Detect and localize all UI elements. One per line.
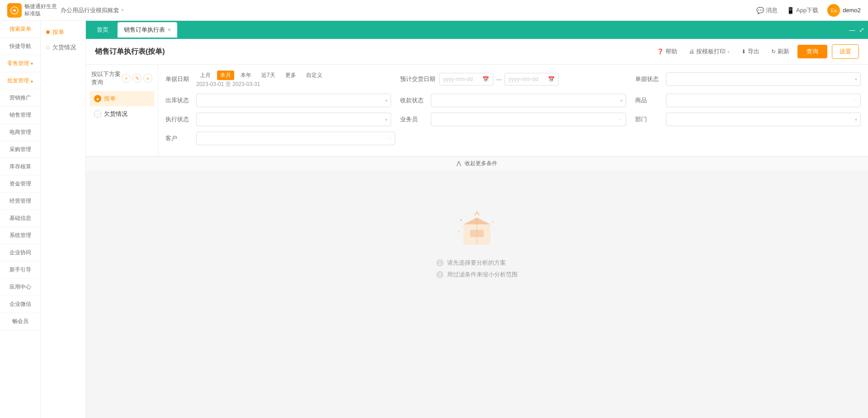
sidebar-item-purchase[interactable]: 采购管理	[0, 141, 40, 158]
sub-item-dot	[46, 30, 50, 34]
filter-goods: 商品 ···	[635, 94, 861, 107]
receipt-status-display[interactable]	[431, 94, 626, 107]
sidebar-item-marketing[interactable]: 营销推广	[0, 90, 40, 107]
export-button[interactable]: ⬇ 导出	[738, 46, 763, 57]
sidebar-item-wholesale[interactable]: 批发管理 ▴	[0, 72, 40, 90]
goods-chevron: ···	[854, 98, 857, 103]
sidebar-item-inventory[interactable]: 库存核算	[0, 158, 40, 176]
exec-status-chevron: ▾	[385, 117, 387, 122]
expected-date-end-input[interactable]: yyyy-mm-dd 📅	[505, 73, 559, 86]
help-button[interactable]: ❓ 帮助	[653, 46, 681, 57]
empty-num-1: 1	[436, 259, 443, 266]
main-content: 按以下方案查询 + ✎ « ● 按单 ○ 欠货情况	[86, 65, 868, 157]
exec-status-select[interactable]: ▾	[196, 113, 391, 126]
filter-row-1: 单据日期 上月 本月 本年 近7天 更多 自定义 20	[165, 70, 861, 88]
tab-maximize-button[interactable]: ⤢	[859, 26, 864, 33]
scheme-item-press[interactable]: ● 按单	[90, 91, 154, 106]
sidebar-item-operations[interactable]: 经营管理	[0, 193, 40, 210]
sub-item-press[interactable]: 按单	[41, 24, 85, 40]
receipt-status-select[interactable]: ▾	[431, 94, 626, 107]
tab-home[interactable]: 首页	[90, 21, 116, 39]
scheme-panel: 按以下方案查询 + ✎ « ● 按单 ○ 欠货情况	[86, 65, 158, 156]
tab-actions: — ⤢	[849, 26, 864, 33]
date-tab-custom[interactable]: 自定义	[302, 70, 326, 81]
user-menu[interactable]: Ea demo2	[827, 4, 861, 17]
date-tab-more[interactable]: 更多	[282, 70, 300, 81]
sidebar-search[interactable]: 搜索菜单	[0, 21, 40, 38]
export-icon: ⬇	[741, 48, 746, 55]
scheme-collapse-button[interactable]: «	[143, 74, 152, 83]
out-status-display[interactable]	[196, 94, 391, 107]
dept-select[interactable]: ▾	[666, 113, 861, 126]
tab-sales-execution[interactable]: 销售订单执行表 ×	[118, 22, 177, 38]
exec-status-display[interactable]	[196, 113, 391, 126]
tab-close-button[interactable]: ×	[168, 27, 171, 33]
collapse-bar[interactable]: ⋀ 收起更多条件	[86, 157, 868, 170]
svg-point-6	[492, 222, 494, 223]
app-logo	[7, 3, 22, 18]
calendar-start-icon: 📅	[482, 76, 489, 82]
date-tab-7days[interactable]: 近7天	[258, 70, 279, 81]
download-icon: 📱	[787, 7, 794, 14]
filter-row-3: 执行状态 ▾ 业务员 ···	[165, 113, 861, 126]
filter-main: 单据日期 上月 本月 本年 近7天 更多 自定义 20	[158, 65, 868, 156]
empty-state: 1 请先选择要分析的方案 2 用过滤条件来缩小分析范围	[86, 170, 868, 315]
goods-select[interactable]: ···	[666, 94, 861, 107]
sidebar-item-company[interactable]: 企业协同	[0, 244, 40, 261]
customer-display[interactable]	[196, 132, 395, 145]
sidebar-item-finance[interactable]: 资金管理	[0, 176, 40, 193]
dept-display[interactable]	[666, 113, 861, 126]
page-actions: ❓ 帮助 🖨 按模板打印 ▾ ⬇ 导出 ↻ 刷新	[653, 44, 859, 59]
svg-point-5	[460, 219, 462, 221]
filter-receipt-status: 收款状态 ▾	[400, 94, 626, 107]
sub-item-circle	[46, 46, 50, 49]
filter-dept: 部门 ▾	[635, 113, 861, 126]
sidebar-quick-nav[interactable]: 快捷导航	[0, 38, 40, 55]
sidebar-item-system[interactable]: 系统管理	[0, 227, 40, 244]
sidebar-item-wechat[interactable]: 企业微信	[0, 296, 40, 313]
breadcrumb[interactable]: 办公用品行业模拟账套 ▾	[61, 6, 124, 14]
out-status-select[interactable]: ▾	[196, 94, 391, 107]
sidebar-item-basic[interactable]: 基础信息	[0, 210, 40, 227]
sidebar-item-apps[interactable]: 应用中心	[0, 279, 40, 296]
date-tab-this-month[interactable]: 本月	[217, 71, 234, 80]
refresh-button[interactable]: ↻ 刷新	[768, 46, 793, 57]
tab-minimize-button[interactable]: —	[849, 26, 855, 33]
app-download-button[interactable]: 📱 App下载	[787, 6, 818, 14]
settings-button[interactable]: 设置	[832, 44, 859, 59]
message-icon: 💬	[756, 7, 764, 14]
date-separator: —	[496, 76, 502, 83]
dept-chevron: ▾	[855, 117, 857, 122]
filter-exec-status: 执行状态 ▾	[165, 113, 391, 126]
date-tab-this-year[interactable]: 本年	[237, 70, 255, 81]
header-left: 畅捷通好生意 标准版 办公用品行业模拟账套 ▾	[7, 3, 124, 18]
customer-select[interactable]: ···	[196, 132, 395, 145]
sidebar-item-retail[interactable]: 零售管理 ▾	[0, 55, 40, 72]
avatar: Ea	[827, 4, 840, 17]
salesperson-chevron: ···	[618, 117, 622, 122]
sidebar: 搜索菜单 快捷导航 零售管理 ▾ 批发管理 ▴ 营销推广 销售管理 电商管理 采…	[0, 21, 41, 418]
scheme-edit-button[interactable]: ✎	[132, 74, 142, 83]
query-button[interactable]: 查询	[797, 45, 827, 58]
salesperson-display[interactable]	[431, 113, 626, 126]
scheme-item-credit[interactable]: ○ 欠货情况	[90, 106, 154, 122]
sidebar-item-sales[interactable]: 销售管理	[0, 107, 40, 124]
refresh-icon: ↻	[771, 48, 776, 55]
tab-bar: 首页 销售订单执行表 × — ⤢	[86, 21, 868, 39]
receipt-status-chevron: ▾	[620, 98, 623, 103]
sub-item-credit[interactable]: 欠货情况	[41, 40, 85, 55]
filter-out-status: 出库状态 ▾	[165, 94, 391, 107]
message-button[interactable]: 💬 消息	[756, 6, 778, 14]
sidebar-item-newbie[interactable]: 新手引导	[0, 261, 40, 279]
print-arrow-icon: ▾	[727, 49, 730, 54]
sidebar-item-member[interactable]: 畅会员	[0, 313, 40, 330]
expected-date-start-input[interactable]: yyyy-mm-dd 📅	[439, 73, 493, 86]
doc-status-display[interactable]	[666, 72, 861, 86]
print-button[interactable]: 🖨 按模板打印 ▾	[685, 46, 733, 57]
salesperson-select[interactable]: ···	[431, 113, 626, 126]
doc-status-select[interactable]: ▾	[666, 72, 861, 86]
scheme-add-button[interactable]: +	[122, 74, 131, 83]
sidebar-item-ecommerce[interactable]: 电商管理	[0, 124, 40, 141]
goods-display[interactable]	[666, 94, 861, 107]
date-tab-last-month[interactable]: 上月	[196, 70, 214, 81]
